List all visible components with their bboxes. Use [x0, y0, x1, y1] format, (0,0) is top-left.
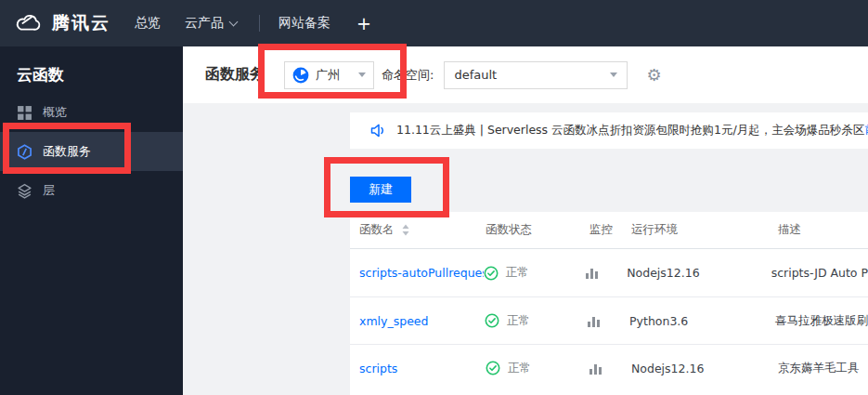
header-function-status: 函数状态: [486, 222, 589, 238]
nav-item-website-icp[interactable]: 网站备案: [279, 15, 330, 32]
grid-icon: [17, 105, 32, 121]
function-name-link[interactable]: scripts: [359, 362, 397, 375]
globe-region-icon: [292, 67, 309, 84]
monitor-chart-icon[interactable]: [589, 362, 602, 375]
nav-add-tab-button[interactable]: +: [356, 13, 371, 33]
header-description: 描述: [778, 222, 801, 238]
nav-item-cloud-products[interactable]: 云产品: [185, 15, 237, 32]
nav-divider: [259, 15, 260, 32]
table-row: xmly_speed 正常 Python3.6 喜马拉雅极速版刷: [350, 296, 868, 344]
region-selector[interactable]: 广州: [284, 61, 374, 89]
chevron-down-icon: [610, 72, 617, 77]
table-row: scripts 正常 Nodejs12.16 京东薅羊毛工具: [350, 344, 868, 391]
tencent-cloud-logo[interactable]: 腾讯云: [15, 11, 110, 35]
gear-icon[interactable]: ⚙: [646, 67, 661, 84]
sort-icon[interactable]: [402, 224, 409, 236]
function-table: 函数名 函数状态 监控 运行环境 描述 scripts-autoPullrequ…: [350, 212, 868, 395]
status-ok-icon: [484, 266, 499, 281]
status-text: 正常: [507, 313, 530, 329]
status-ok-icon: [486, 361, 500, 375]
status-text: 正常: [508, 361, 531, 376]
scf-hexagon-icon: [17, 144, 32, 160]
header-runtime: 运行环境: [631, 222, 778, 238]
region-label: 广州: [316, 67, 358, 84]
sidebar-title: 云函数: [0, 46, 183, 93]
namespace-value: default: [454, 68, 610, 82]
header-function-name: 函数名: [350, 222, 486, 238]
announcement-banner: 11.11云上盛典 | Serverless 云函数冰点折扣资源包限时抢购1元/…: [350, 112, 868, 149]
sidebar-item-layers[interactable]: 层: [0, 171, 183, 210]
monitor-chart-icon[interactable]: [586, 267, 599, 279]
announcement-go-link[interactable]: 前往: [864, 123, 868, 138]
sidebar-item-function-service[interactable]: 函数服务: [0, 132, 183, 171]
cloud-logo-icon: [15, 13, 43, 33]
page-title: 函数服务: [205, 65, 265, 85]
namespace-select[interactable]: default: [444, 61, 628, 89]
table-row: scripts-autoPullrequest 正常 Nodejs12.16 s…: [350, 249, 868, 296]
function-name-link[interactable]: xmly_speed: [359, 314, 428, 328]
sidebar: 云函数 概览 函数服务 层: [0, 46, 183, 395]
top-navbar: 腾讯云 总览 云产品 网站备案 +: [0, 0, 868, 46]
description-text: 喜马拉雅极速版刷: [775, 313, 868, 327]
speaker-icon: [370, 124, 386, 138]
page-header: 函数服务 广州 命名空间: default ⚙: [183, 46, 868, 103]
status-ok-icon: [485, 313, 499, 328]
chevron-down-icon: [358, 72, 366, 77]
description-text: 京东薅羊毛工具: [778, 361, 860, 375]
header-monitor: 监控: [589, 222, 631, 238]
sidebar-item-overview[interactable]: 概览: [0, 93, 183, 132]
create-function-button[interactable]: 新建: [350, 177, 411, 203]
description-text: scripts-JD Auto P: [771, 266, 868, 280]
chevron-down-icon: [229, 17, 239, 26]
brand-name: 腾讯云: [52, 11, 110, 35]
function-name-link[interactable]: scripts-autoPullrequest: [359, 266, 484, 280]
table-header-row: 函数名 函数状态 监控 运行环境 描述: [350, 212, 868, 249]
status-text: 正常: [506, 265, 529, 281]
announcement-text: 11.11云上盛典 | Serverless 云函数冰点折扣资源包限时抢购1元/…: [396, 123, 864, 138]
runtime-text: Nodejs12.16: [627, 266, 699, 280]
runtime-text: Nodejs12.16: [631, 362, 704, 375]
namespace-label: 命名空间:: [382, 67, 434, 84]
layers-icon: [17, 183, 32, 199]
runtime-text: Python3.6: [629, 314, 688, 328]
nav-item-overview[interactable]: 总览: [135, 15, 161, 32]
monitor-chart-icon[interactable]: [588, 315, 601, 327]
